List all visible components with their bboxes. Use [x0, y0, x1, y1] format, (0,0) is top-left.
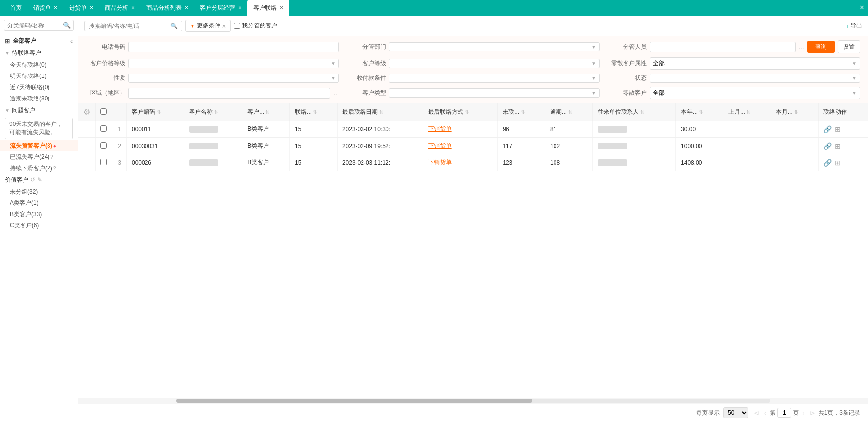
dept-select[interactable]: ▼ [389, 42, 600, 51]
tab-sales-close[interactable]: × [54, 4, 57, 11]
th-last-month[interactable]: 上月...⇅ [723, 103, 771, 121]
contact-way-link[interactable]: 下销货单 [428, 125, 452, 132]
query-btn[interactable]: 查询 [807, 41, 835, 53]
settings-btn[interactable]: 设置 [838, 40, 860, 53]
contact-way-link[interactable]: 下销货单 [428, 159, 452, 166]
page-prev-btn[interactable]: ‹ [763, 409, 768, 417]
th-this-year[interactable]: 本年...⇅ [676, 103, 723, 121]
row-checkbox[interactable] [100, 159, 107, 165]
tab-sales[interactable]: 销货单 × [27, 0, 63, 16]
sidebar-item-tomorrow[interactable]: 明天待联络(1) [0, 71, 78, 82]
sidebar-item-classC-label: C类客户(6) [10, 222, 39, 230]
sidebar-item-today[interactable]: 今天待联络(0) [0, 59, 78, 71]
row-action-link-icon[interactable]: 🔗 [823, 142, 832, 150]
phone-input[interactable] [128, 42, 339, 52]
filter-btn[interactable]: ▼ 更多条件 ∧ [185, 20, 231, 32]
column-settings-icon[interactable]: ⚙ [83, 108, 90, 116]
sidebar-item-classB[interactable]: B类客户(33) [0, 209, 78, 220]
sidebar-item-overdue-contact[interactable]: 逾期未联络(30) [0, 93, 78, 104]
th-overdue[interactable]: 逾期...⇅ [545, 103, 593, 121]
row-last-contact-way: 下销货单 [423, 121, 498, 138]
sidebar-item-declining[interactable]: 持续下滑客户(2) ? [0, 163, 78, 174]
sidebar-group-problem[interactable]: ▼ 问题客户 [0, 104, 78, 117]
tab-analysis-close[interactable]: × [131, 4, 135, 11]
tab-customer-contact[interactable]: 客户联络 × [247, 0, 289, 16]
th-last-contact-date[interactable]: 最后联络日期⇅ [337, 103, 423, 121]
tab-purchase[interactable]: 进货单 × [63, 0, 99, 16]
tab-purchase-close[interactable]: × [90, 4, 93, 11]
row-action-more-icon[interactable]: ⊞ [835, 159, 841, 167]
sidebar-all-customers[interactable]: ⊞ 全部客户 « [0, 35, 78, 47]
payment-select[interactable]: ▼ [389, 74, 600, 83]
th-unit-contact[interactable]: 往来单位联系人⇅ [592, 103, 675, 121]
tab-analysis[interactable]: 商品分析 × [99, 0, 141, 16]
customer-level-chevron-icon: ▼ [591, 61, 596, 66]
page-next-btn[interactable]: › [801, 409, 806, 417]
select-all-checkbox[interactable] [100, 108, 107, 115]
sort-icon-8: ⇅ [568, 109, 572, 115]
horizontal-scrollbar[interactable] [78, 398, 868, 404]
th-last-contact-way[interactable]: 最后联络方式⇅ [423, 103, 498, 121]
tab-home[interactable]: 首页 [4, 0, 27, 16]
nature-select[interactable]: ▼ [128, 74, 339, 83]
region-input[interactable] [128, 88, 330, 99]
row-action: 🔗 ⊞ [818, 138, 868, 154]
status-select[interactable]: ▼ [650, 74, 860, 83]
contact-way-link[interactable]: 下销货单 [428, 142, 452, 149]
row-checkbox[interactable] [100, 142, 107, 149]
refresh-icon[interactable]: ↺ [30, 176, 35, 183]
person-dots[interactable]: … [798, 44, 804, 50]
filter-row-region: 区域（地区） … [86, 87, 339, 99]
th-name[interactable]: 客户名称⇅ [184, 103, 242, 121]
sidebar-item-lost[interactable]: 已流失客户(24) ? [0, 151, 78, 163]
sidebar-item-lost-label: 已流失客户(24) [10, 153, 49, 161]
search-input[interactable] [89, 23, 170, 29]
row-action-link-icon[interactable]: 🔗 [823, 125, 832, 133]
th-settings[interactable]: ⚙ [78, 103, 96, 121]
th-type-label: 客户... [247, 108, 264, 115]
th-code[interactable]: 客户编码⇅ [127, 103, 184, 121]
sidebar-item-losing[interactable]: 流失预警客户(3) ● [0, 140, 78, 151]
row-action-more-icon[interactable]: ⊞ [835, 125, 841, 133]
tab-analysis-list-close[interactable]: × [185, 4, 188, 11]
tab-analysis-list[interactable]: 商品分析列表 × [141, 0, 194, 16]
page-input[interactable] [777, 408, 791, 418]
row-action-link-icon[interactable]: 🔗 [823, 159, 832, 167]
zero-attr-select[interactable]: 全部 ▼ [650, 57, 860, 70]
sidebar-search-input[interactable] [7, 22, 63, 29]
tab-bar-close-all[interactable]: × [860, 3, 864, 12]
tab-customer-contact-close[interactable]: × [280, 4, 283, 11]
sidebar-item-classC[interactable]: C类客户(6) [0, 220, 78, 231]
customer-level-select[interactable]: ▼ [389, 59, 600, 68]
th-this-month[interactable]: 本月...⇅ [771, 103, 818, 121]
table-row: 1 000011 B类客户 15 2023-03-02 10:30: 下销货单 … [78, 121, 868, 138]
sidebar-item-classA[interactable]: A类客户(1) [0, 198, 78, 209]
price-level-select[interactable]: ▼ [128, 59, 339, 68]
page-first-btn[interactable]: ⊲ [752, 409, 761, 417]
sidebar-item-week[interactable]: 近7天待联络(0) [0, 82, 78, 93]
region-dots[interactable]: … [333, 90, 339, 97]
row-action-more-icon[interactable]: ⊞ [835, 142, 841, 150]
sidebar-group-pending[interactable]: ▼ 待联络客户 [0, 47, 78, 59]
edit-icon[interactable]: ✎ [37, 176, 42, 183]
th-last-contact-date-label: 最后联络日期 [342, 108, 378, 115]
sort-icon-12: ⇅ [794, 109, 798, 115]
row-checkbox[interactable] [100, 125, 107, 132]
row-checkbox-cell [96, 154, 112, 171]
tab-customer-tier[interactable]: 客户分层经营 × [194, 0, 247, 16]
search-icon-btn[interactable]: 🔍 [170, 23, 178, 29]
th-last-contact-way-label: 最后联络方式 [428, 108, 463, 115]
sidebar-item-ungrouped[interactable]: 未分组(32) [0, 186, 78, 198]
row-unit-contact [592, 138, 675, 154]
page-last-btn[interactable]: ⊳ [808, 409, 817, 417]
tab-customer-tier-close[interactable]: × [238, 4, 241, 11]
person-input[interactable] [650, 42, 796, 52]
th-not-contacted[interactable]: 未联...⇅ [498, 103, 545, 121]
export-btn[interactable]: ↑ 导出 [846, 22, 862, 30]
th-contact[interactable]: 联络...⇅ [290, 103, 338, 121]
customer-type-select[interactable]: ▼ [389, 88, 600, 98]
th-type[interactable]: 客户...⇅ [242, 103, 290, 121]
my-customers-checkbox[interactable] [234, 23, 240, 29]
zero-customer-select[interactable]: 全部 ▼ [650, 87, 860, 99]
page-size-select[interactable]: 50 100 200 [723, 407, 748, 418]
